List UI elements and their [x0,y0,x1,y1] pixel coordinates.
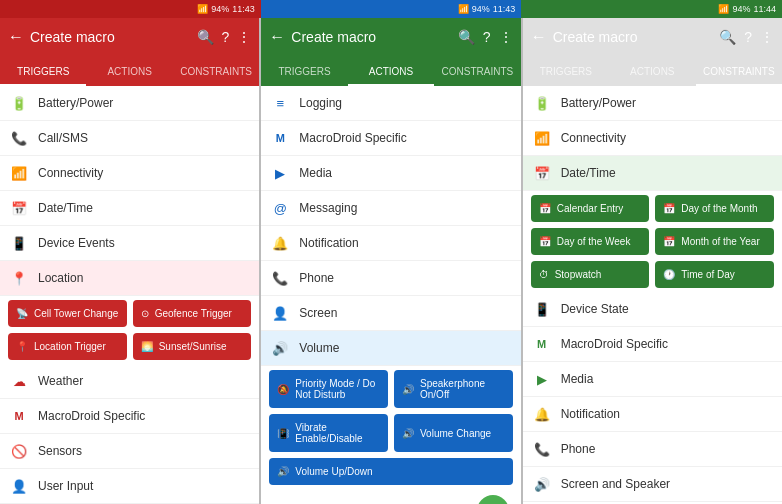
list-item-volume[interactable]: 🔊 Volume [261,331,520,366]
back-button-3[interactable]: ← [531,28,547,46]
sensors-icon: 🚫 [10,442,28,460]
list-item-connectivity3[interactable]: 📶 Connectivity [523,121,782,156]
volume-updown-label: Volume Up/Down [295,466,372,477]
list-item-macrodroid1[interactable]: M MacroDroid Specific [0,399,259,434]
list-item-messaging[interactable]: @ Messaging [261,191,520,226]
list-item-phone2[interactable]: 📞 Phone [261,261,520,296]
list-item-logging[interactable]: ≡ Logging [261,86,520,121]
calendar-entry-icon: 📅 [539,203,551,214]
list-item-sensors[interactable]: 🚫 Sensors [0,434,259,469]
list-item-macrodroid3[interactable]: M MacroDroid Specific [523,327,782,362]
phone1-header: ← Create macro 🔍 ? ⋮ [0,18,259,56]
volume-change-label: Volume Change [420,428,491,439]
location-trigger-btn[interactable]: 📍 Location Trigger [8,333,127,360]
help-icon-1[interactable]: ? [222,29,230,45]
phone2-tabs: Triggers Actions Constraints [261,56,520,86]
volume-updown-btn[interactable]: 🔊 Volume Up/Down [269,458,512,485]
list-item-deviceevents[interactable]: 📱 Device Events [0,226,259,261]
speakerphone-icon: 🔊 [402,384,414,395]
datetime-icon3: 📅 [533,164,551,182]
status-bar-phone1: 📶 94% 11:43 [0,0,261,18]
list-item-userinput[interactable]: 👤 User Input [0,469,259,504]
month-of-year-btn[interactable]: 📅 Month of the Year [655,228,774,255]
day-of-month-btn[interactable]: 📅 Day of the Month [655,195,774,222]
priority-mode-btn[interactable]: 🔕 Priority Mode / Do Not Disturb [269,370,388,408]
list-item-weather[interactable]: ☁ Weather [0,364,259,399]
list-item-datetime1[interactable]: 📅 Date/Time [0,191,259,226]
battery-icon: 🔋 [10,94,28,112]
tab-triggers-1[interactable]: Triggers [0,58,86,86]
tab-triggers-3[interactable]: Triggers [523,58,609,86]
status-battery2: 94% [472,4,490,14]
list-item-media3[interactable]: ▶ Media [523,362,782,397]
list-item-datetime3[interactable]: 📅 Date/Time [523,156,782,191]
list-item-notification2[interactable]: 🔔 Notification [261,226,520,261]
more-icon-1[interactable]: ⋮ [237,29,251,45]
help-icon-2[interactable]: ? [483,29,491,45]
sunset-btn[interactable]: 🌅 Sunset/Sunrise [133,333,252,360]
macrodroid-icon2: M [271,129,289,147]
stopwatch-icon: ⏱ [539,269,549,280]
list-item-connectivity1[interactable]: 📶 Connectivity [0,156,259,191]
list-item-screenspeaker[interactable]: 🔊 Screen and Speaker [523,467,782,502]
macrodroid-label1: MacroDroid Specific [38,409,145,423]
tab-triggers-2[interactable]: Triggers [261,58,347,86]
tab-constraints-3[interactable]: Constraints [696,58,782,86]
tab-actions-2[interactable]: Actions [348,58,434,86]
list-item-battery[interactable]: 🔋 Battery/Power [0,86,259,121]
macrodroid-icon3: M [533,335,551,353]
tab-constraints-1[interactable]: Constraints [173,58,259,86]
back-button-2[interactable]: ← [269,28,285,46]
geofence-label: Geofence Trigger [155,308,232,319]
volume-change-btn[interactable]: 🔊 Volume Change [394,414,513,452]
logging-label: Logging [299,96,342,110]
tab-constraints-2[interactable]: Constraints [434,58,520,86]
status-signal: 📶 [197,4,208,14]
search-icon-1[interactable]: 🔍 [197,29,214,45]
location-trigger-label: Location Trigger [34,341,106,352]
calendar-entry-btn[interactable]: 📅 Calendar Entry [531,195,650,222]
list-item-macrodroid2[interactable]: M MacroDroid Specific [261,121,520,156]
list-item-devicestate[interactable]: 📱 Device State [523,292,782,327]
time-of-day-btn[interactable]: 🕐 Time of Day [655,261,774,288]
tab-actions-1[interactable]: Actions [86,58,172,86]
status-signal2: 📶 [458,4,469,14]
stopwatch-btn[interactable]: ⏱ Stopwatch [531,261,650,288]
help-icon-3[interactable]: ? [744,29,752,45]
sunset-label: Sunset/Sunrise [159,341,227,352]
more-icon-3[interactable]: ⋮ [760,29,774,45]
list-item-battery3[interactable]: 🔋 Battery/Power [523,86,782,121]
battery-label: Battery/Power [38,96,113,110]
speakerphone-btn[interactable]: 🔊 Speakerphone On/Off [394,370,513,408]
battery-icon3: 🔋 [533,94,551,112]
cell-tower-label: Cell Tower Change [34,308,118,319]
search-icon-2[interactable]: 🔍 [458,29,475,45]
day-of-week-btn[interactable]: 📅 Day of the Week [531,228,650,255]
list-item-notification3[interactable]: 🔔 Notification [523,397,782,432]
vibrate-btn[interactable]: 📳 Vibrate Enable/Disable [269,414,388,452]
devicestate-label: Device State [561,302,629,316]
cell-tower-btn[interactable]: 📡 Cell Tower Change [8,300,127,327]
search-icon-3[interactable]: 🔍 [719,29,736,45]
list-item-phone3[interactable]: 📞 Phone [523,432,782,467]
weather-icon: ☁ [10,372,28,390]
day-of-month-label: Day of the Month [681,203,757,214]
location-sub-buttons: 📡 Cell Tower Change ⊙ Geofence Trigger 📍… [0,296,259,364]
status-time2: 11:43 [493,4,516,14]
phone-label2: Phone [299,271,334,285]
screenspeaker-label: Screen and Speaker [561,477,670,491]
list-item-callsms[interactable]: 📞 Call/SMS [0,121,259,156]
list-item-location[interactable]: 📍 Location [0,261,259,296]
phone3-title: Create macro [553,29,714,45]
macrodroid-label3: MacroDroid Specific [561,337,668,351]
list-item-media2[interactable]: ▶ Media [261,156,520,191]
tab-actions-3[interactable]: Actions [609,58,695,86]
deviceevents-icon: 📱 [10,234,28,252]
status-battery3: 94% [732,4,750,14]
geofence-btn[interactable]: ⊙ Geofence Trigger [133,300,252,327]
sunset-icon: 🌅 [141,341,153,352]
checkmark-2[interactable]: ✓ [477,495,509,504]
list-item-screen[interactable]: 👤 Screen [261,296,520,331]
back-button-1[interactable]: ← [8,28,24,46]
more-icon-2[interactable]: ⋮ [499,29,513,45]
